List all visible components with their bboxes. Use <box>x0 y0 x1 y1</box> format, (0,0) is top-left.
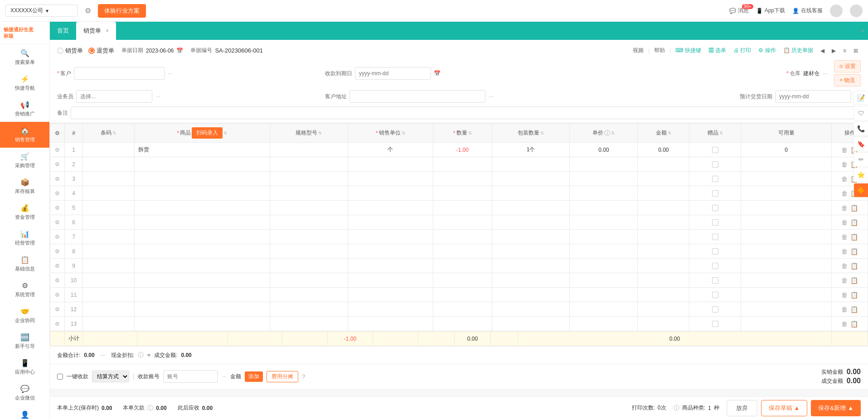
salesman-input[interactable] <box>76 90 152 103</box>
date-picker-icon[interactable]: 📅 <box>176 48 183 54</box>
gift-checkbox[interactable] <box>712 234 718 240</box>
copy-row-icon[interactable]: 📋 <box>850 233 858 241</box>
customer-dots[interactable]: ··· <box>168 70 173 77</box>
gift-checkbox[interactable] <box>712 147 718 153</box>
price-info-icon[interactable]: ⓘ <box>604 129 610 137</box>
addr-dots[interactable]: ··· <box>489 93 494 100</box>
logistics-btn[interactable]: + 物流 <box>834 74 861 87</box>
gift-checkbox[interactable] <box>712 176 718 182</box>
scan-button[interactable]: 扫码录入 <box>192 127 223 139</box>
delete-row-icon[interactable]: 🗑 <box>841 277 848 284</box>
sidebar-item-finance[interactable]: 💰 资金管理 <box>0 199 49 225</box>
delete-row-icon[interactable]: 🗑 <box>841 320 848 327</box>
gift-checkbox[interactable] <box>712 292 718 298</box>
copy-row-icon[interactable]: 📋 <box>850 248 858 255</box>
panel-note-icon[interactable]: 📝 <box>853 91 868 105</box>
row-settings-icon[interactable]: ⚙ <box>55 176 60 182</box>
expense-split-btn[interactable]: 费用分摊 <box>267 371 298 382</box>
payment-date-icon[interactable]: 📅 <box>434 70 441 77</box>
next-btn[interactable]: ▶ <box>829 46 839 55</box>
trial-button[interactable]: 体验行业方案 <box>98 4 146 18</box>
gift-checkbox[interactable] <box>712 205 718 211</box>
delete-row-icon[interactable]: 🗑 <box>841 204 848 212</box>
row-settings-icon[interactable]: ⚙ <box>55 219 60 226</box>
online-service-item[interactable]: 👤 在线客服 <box>792 7 823 14</box>
panel-phone-icon[interactable]: 📞 <box>853 121 868 136</box>
discount-info-icon[interactable]: ⓘ <box>138 351 144 359</box>
row-settings-icon[interactable]: ⚙ <box>55 277 60 284</box>
gift-checkbox[interactable] <box>712 263 718 269</box>
row-settings-icon[interactable]: ⚙ <box>55 292 60 298</box>
print-btn[interactable]: 🖨 打印 <box>731 45 754 56</box>
message-item[interactable]: 💬 消息 99+ <box>729 7 749 14</box>
row-settings-icon[interactable]: ⚙ <box>55 147 60 153</box>
delete-row-icon[interactable]: 🗑 <box>841 248 848 255</box>
customer-input[interactable] <box>74 67 165 80</box>
delete-row-icon[interactable]: 🗑 <box>841 175 848 183</box>
row-settings-icon[interactable]: ⚙ <box>55 190 60 197</box>
deficit-info-icon[interactable]: ⓘ <box>147 404 153 412</box>
account-input[interactable] <box>163 370 218 383</box>
copy-row-icon[interactable]: 📋 <box>850 262 858 270</box>
video-btn[interactable]: 视频 <box>630 45 646 56</box>
app-download-item[interactable]: 📱 App下载 <box>756 7 785 14</box>
sidebar-item-system[interactable]: ⚙ 系统管理 <box>0 277 49 303</box>
sidebar-item-wechat[interactable]: 💬 企业微信 <box>0 380 49 406</box>
sidebar-item-basic[interactable]: 📋 基础信息 <box>0 251 49 277</box>
payment-date-input[interactable] <box>355 67 431 80</box>
settings-btn[interactable]: ⊙ 设置 <box>834 60 861 72</box>
copy-row-icon[interactable]: 📋 <box>850 277 858 284</box>
panel-shield-icon[interactable]: 🛡 <box>853 106 868 120</box>
salesman-dots[interactable]: ··· <box>156 93 160 100</box>
save-draft-button[interactable]: 保存草稿 ▲ <box>761 400 808 416</box>
sidebar-item-collab[interactable]: 🤝 企业协同 <box>0 303 49 328</box>
row-settings-icon[interactable]: ⚙ <box>55 234 60 240</box>
delete-row-icon[interactable]: 🗑 <box>841 291 848 299</box>
delete-row-icon[interactable]: 🗑 <box>841 161 848 168</box>
shortcut-btn[interactable]: ⌨ 快捷键 <box>673 45 703 56</box>
delete-row-icon[interactable]: 🗑 <box>841 262 848 270</box>
gift-checkbox[interactable] <box>712 306 718 313</box>
row-settings-icon[interactable]: ⚙ <box>55 205 60 211</box>
select-order-btn[interactable]: ☰ 选单 <box>706 45 729 56</box>
product-type-icon[interactable]: ⓘ <box>674 404 679 412</box>
delete-row-icon[interactable]: 🗑 <box>841 190 848 197</box>
settings-icon[interactable]: ⚙ <box>82 5 94 17</box>
gift-checkbox[interactable] <box>712 190 718 197</box>
gift-checkbox[interactable] <box>712 161 718 168</box>
row-product[interactable]: 拆货 <box>134 143 270 157</box>
row-settings-icon[interactable]: ⚙ <box>55 306 60 313</box>
add-payment-btn[interactable]: 添加 <box>245 371 263 382</box>
user-avatar[interactable] <box>830 5 843 17</box>
copy-row-icon[interactable]: 📋 <box>850 306 858 313</box>
account-dots[interactable]: ··· <box>222 373 227 380</box>
help-btn[interactable]: 帮助 <box>651 45 668 56</box>
delete-row-icon[interactable]: 🗑 <box>841 219 848 226</box>
row-settings-icon[interactable]: ⚙ <box>55 263 60 269</box>
delete-row-icon[interactable]: 🗑 <box>841 306 848 313</box>
copy-row-icon[interactable]: 📋 <box>850 320 858 327</box>
save-draft-chevron[interactable]: ▲ <box>794 405 800 411</box>
sidebar-item-guide[interactable]: 🆕 新手引导 <box>0 328 49 354</box>
panel-bookmark-icon[interactable]: 🔖 <box>853 137 868 151</box>
note-input[interactable] <box>71 106 861 119</box>
sale-order-radio[interactable]: 销货单 <box>57 47 83 55</box>
save-new-chevron[interactable]: ▲ <box>848 405 853 411</box>
panel-edit-icon[interactable]: ✏ <box>853 152 868 167</box>
delete-row-icon[interactable]: 🗑 <box>841 233 848 241</box>
copy-row-icon[interactable]: 📋 <box>850 204 858 212</box>
sidebar-item-purchase[interactable]: 🛒 采购管理 <box>0 148 49 173</box>
row-settings-icon[interactable]: ⚙ <box>55 321 60 327</box>
row-settings-icon[interactable]: ⚙ <box>55 248 60 255</box>
sidebar-item-apps[interactable]: 📱 应用中心 <box>0 354 49 380</box>
row-settings-icon[interactable]: ⚙ <box>55 161 60 168</box>
delete-row-icon[interactable]: 🗑 <box>841 146 848 154</box>
user-avatar2[interactable] <box>850 5 863 17</box>
sidebar-item-member[interactable]: 👤 畅会员 <box>0 406 49 419</box>
company-selector[interactable]: XXXXXX公司 ▾ <box>5 5 78 17</box>
sidebar-item-marketing[interactable]: 📢 营销推广 <box>0 96 49 122</box>
operate-btn[interactable]: ⚙ 操作 <box>756 45 778 56</box>
panel-active-icon[interactable]: 🔶 <box>853 183 868 197</box>
copy-row-icon[interactable]: 📋 <box>850 291 858 299</box>
panel-star-icon[interactable]: ⭐ <box>853 168 868 182</box>
